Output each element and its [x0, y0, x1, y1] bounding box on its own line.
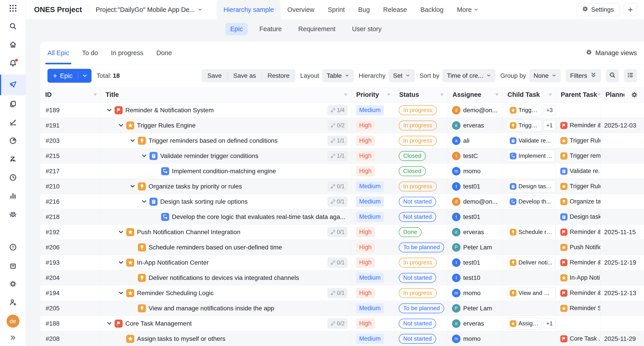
table-row[interactable]: #204Deliver notifications to devices via… — [40, 270, 644, 285]
status-badge[interactable]: Not started — [399, 197, 436, 207]
expand-chevron-icon[interactable] — [104, 107, 114, 113]
priority-badge[interactable]: Medium — [356, 273, 384, 283]
child-task-chip[interactable]: Trigger... — [507, 119, 542, 131]
table-row[interactable]: #193In-App Notification Center0/1HighIn … — [40, 255, 644, 270]
more-children-chip[interactable]: +1 — [543, 120, 556, 131]
child-task-chip[interactable]: Assign... — [507, 317, 542, 330]
column-header-assignee[interactable]: Assignee — [448, 87, 502, 102]
user-avatar[interactable]: de — [0, 312, 26, 330]
parent-task-link[interactable]: Core Task ... — [560, 335, 600, 342]
view-tab-all-epic[interactable]: All Epic — [48, 42, 69, 64]
expand-chevron-icon[interactable] — [127, 138, 138, 144]
layout-select[interactable]: Table — [322, 69, 354, 82]
collapse-icon[interactable] — [0, 330, 26, 346]
column-header-parent-task[interactable]: Parent Task — [556, 87, 600, 102]
expand-chevron-icon[interactable] — [116, 290, 126, 296]
more-children-chip[interactable]: +1 — [543, 318, 556, 329]
status-badge[interactable]: Done — [399, 227, 422, 237]
status-badge[interactable]: Not started — [399, 273, 436, 283]
parent-task-link[interactable]: In-App Noti... — [560, 274, 600, 281]
home-icon[interactable] — [0, 36, 26, 54]
status-badge[interactable]: Not started — [399, 334, 436, 344]
priority-badge[interactable]: High — [356, 318, 375, 329]
parent-task-link[interactable]: Trigger Rule... — [560, 137, 600, 144]
top-tab-overview[interactable]: Overview — [280, 0, 321, 19]
groupby-select[interactable]: None — [529, 69, 561, 82]
view-tab-in-progress[interactable]: In progress — [111, 42, 144, 64]
filter-caret-icon[interactable] — [597, 93, 600, 96]
list-view-button[interactable] — [624, 69, 637, 82]
table-row[interactable]: #203Trigger reminders based on defined c… — [40, 133, 644, 148]
app-grid-icon[interactable] — [0, 0, 26, 18]
table-row[interactable]: #216Design task sorting rule options0/1M… — [40, 194, 644, 209]
row-title[interactable]: Develop the core logic that evaluates re… — [172, 213, 345, 221]
priority-badge[interactable]: Medium — [356, 303, 384, 313]
parent-task-link[interactable]: Design task... — [560, 213, 600, 221]
create-button[interactable]: + — [624, 3, 637, 16]
expand-chevron-icon[interactable] — [104, 320, 114, 326]
expand-chevron-icon[interactable] — [116, 122, 126, 128]
filter-caret-icon[interactable] — [548, 93, 552, 96]
invite-icon[interactable] — [0, 294, 26, 312]
status-badge[interactable]: Not started — [399, 212, 436, 222]
expand-chevron-icon[interactable] — [116, 259, 126, 266]
expand-chevron-icon[interactable] — [116, 229, 126, 235]
type-tab-user-story[interactable]: User story — [347, 23, 386, 35]
priority-badge[interactable]: High — [356, 166, 375, 176]
table-row[interactable]: #192Push Notification Channel Integratio… — [40, 225, 644, 240]
priority-badge[interactable]: Medium — [356, 197, 384, 207]
row-title[interactable]: Trigger reminders based on defined condi… — [148, 137, 278, 144]
reports-icon[interactable] — [0, 187, 26, 206]
table-row[interactable]: #191Trigger Rules Engine0/2HighIn progre… — [40, 118, 644, 133]
parent-task-link[interactable]: Trigger Rule... — [560, 183, 600, 190]
child-task-chip[interactable]: Design task... — [507, 181, 556, 193]
more-children-chip[interactable]: +3 — [543, 105, 556, 115]
parent-task-link[interactable]: Reminder & ... — [560, 289, 600, 297]
row-title[interactable]: Deliver notifications to devices via int… — [148, 274, 299, 281]
table-row[interactable]: #208Assign tasks to myself or othersMedi… — [40, 331, 644, 346]
type-tab-feature[interactable]: Feature — [254, 23, 287, 35]
table-search-button[interactable] — [606, 69, 619, 82]
row-title[interactable]: Organize tasks by priority or rules — [148, 183, 242, 190]
child-task-chip[interactable]: Schedule re... — [507, 226, 556, 238]
priority-badge[interactable]: High — [356, 257, 375, 268]
save-as-button[interactable]: Save as — [228, 72, 262, 79]
parent-task-link[interactable]: Reminder & ... — [560, 122, 600, 129]
parent-task-link[interactable]: Reminder & ... — [560, 229, 600, 236]
recent-icon[interactable] — [0, 169, 26, 187]
priority-badge[interactable]: Medium — [356, 212, 384, 222]
status-badge[interactable]: To be planned — [399, 303, 444, 313]
row-title[interactable]: Assign tasks to myself or others — [137, 335, 225, 342]
column-header-title[interactable]: Title — [101, 87, 351, 102]
status-badge[interactable]: In progress — [399, 258, 437, 268]
hierarchy-select[interactable]: Set — [389, 69, 415, 82]
priority-badge[interactable]: Medium — [356, 181, 384, 192]
add-epic-button[interactable]: + Epic — [48, 69, 92, 83]
column-header-priority[interactable]: Priority — [351, 87, 394, 102]
sortby-select[interactable]: Time of cre... — [442, 69, 495, 82]
status-badge[interactable]: Closed — [399, 151, 426, 161]
settings-icon[interactable] — [0, 275, 26, 294]
type-tab-epic[interactable]: Epic — [225, 23, 248, 35]
table-row[interactable]: #188Core Task Management0/2HighNot start… — [40, 316, 644, 331]
projects-icon[interactable] — [0, 75, 26, 95]
row-title[interactable]: Core Task Management — [125, 320, 192, 327]
save-button[interactable]: Save — [202, 72, 228, 79]
settings-button[interactable]: Settings — [576, 3, 620, 16]
notifications-icon[interactable] — [0, 54, 26, 73]
dashboard-icon[interactable] — [0, 132, 26, 150]
marketplace-icon[interactable] — [0, 257, 26, 275]
parent-task-link[interactable]: Push Notific... — [560, 244, 600, 251]
status-badge[interactable]: Not started — [399, 319, 436, 328]
table-row[interactable]: #189Reminder & Notification System1/4Med… — [40, 103, 644, 118]
project-selector[interactable]: Project:"DailyGo" Mobile App De... — [96, 6, 202, 14]
type-tab-requirement[interactable]: Requirement — [293, 23, 340, 35]
priority-badge[interactable]: High — [356, 288, 375, 298]
view-tab-done[interactable]: Done — [156, 42, 172, 64]
parent-task-link[interactable]: Trigger remi... — [560, 152, 600, 159]
column-header-status[interactable]: Status — [394, 87, 448, 102]
documents-icon[interactable] — [0, 95, 26, 114]
parent-task-link[interactable]: Validate re... — [560, 168, 600, 175]
help-icon[interactable]: ? — [0, 238, 26, 257]
column-settings-button[interactable] — [624, 87, 644, 102]
